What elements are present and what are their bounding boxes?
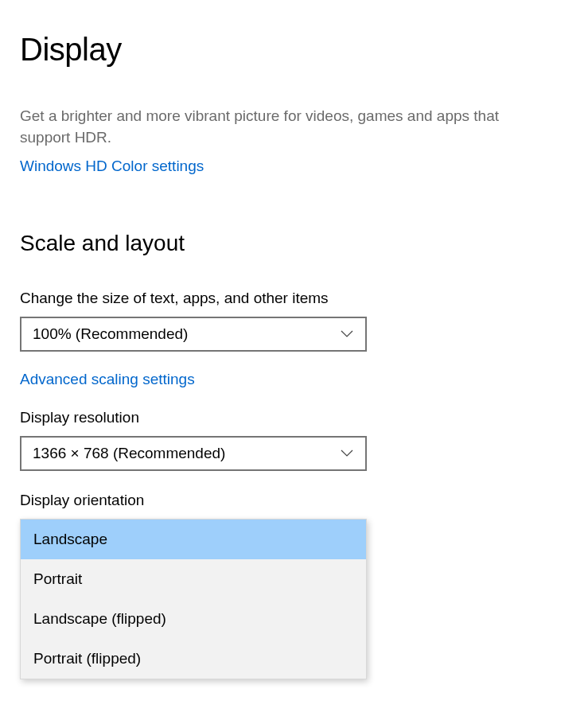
- advanced-scaling-link[interactable]: Advanced scaling settings: [20, 371, 195, 388]
- orientation-option-landscape[interactable]: Landscape: [21, 519, 366, 559]
- scale-layout-heading: Scale and layout: [20, 231, 568, 256]
- orientation-dropdown-list: Landscape Portrait Landscape (flipped) P…: [20, 519, 367, 679]
- orientation-option-portrait[interactable]: Portrait: [21, 559, 366, 599]
- orientation-option-landscape-flipped[interactable]: Landscape (flipped): [21, 599, 366, 639]
- page-title: Display: [20, 32, 568, 68]
- resolution-dropdown[interactable]: 1366 × 768 (Recommended): [20, 436, 367, 471]
- scale-dropdown[interactable]: 100% (Recommended): [20, 317, 367, 352]
- resolution-label: Display resolution: [20, 409, 568, 426]
- scale-dropdown-value: 100% (Recommended): [33, 325, 340, 343]
- chevron-down-icon: [340, 327, 354, 341]
- hd-color-settings-link[interactable]: Windows HD Color settings: [20, 158, 204, 175]
- orientation-option-portrait-flipped[interactable]: Portrait (flipped): [21, 639, 366, 679]
- chevron-down-icon: [340, 446, 354, 461]
- resolution-dropdown-value: 1366 × 768 (Recommended): [33, 445, 340, 462]
- hdr-description: Get a brighter and more vibrant picture …: [20, 106, 549, 148]
- scale-label: Change the size of text, apps, and other…: [20, 290, 568, 307]
- orientation-label: Display orientation: [20, 492, 568, 509]
